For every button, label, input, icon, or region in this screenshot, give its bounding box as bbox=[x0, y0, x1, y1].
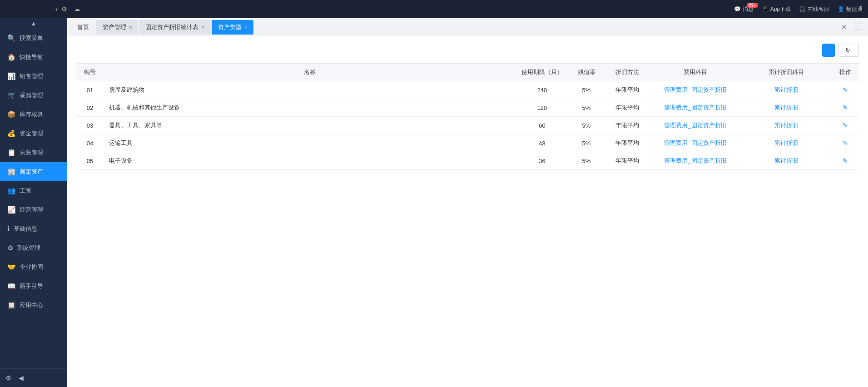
asset-type-table: 编号名称使用期限（月）残值率折旧方法费用科目累计折旧科目操作 01 房屋及建筑物… bbox=[76, 63, 859, 170]
enterprise-icon: 🤝 bbox=[7, 263, 16, 271]
operations-icon: 📈 bbox=[7, 206, 16, 214]
sidebar-label-salary: 工资 bbox=[20, 187, 31, 195]
system-icon: ⚙ bbox=[7, 244, 13, 252]
sidebar-item-funds[interactable]: 💰 资金管理 bbox=[0, 124, 67, 143]
sidebar-label-purchase: 采购管理 bbox=[20, 91, 43, 99]
tab-label-asset-management: 资产管理 bbox=[103, 23, 126, 31]
col-header-period: 使用期限（月） bbox=[516, 64, 568, 81]
sidebar-label-guide: 新手引导 bbox=[20, 282, 43, 290]
sidebar-item-enterprise[interactable]: 🤝 企业协同 bbox=[0, 258, 67, 277]
edit-icon-4[interactable]: ✎ bbox=[843, 157, 848, 164]
main-layout: ▲ 🔍 搜索菜单 🏠 快捷导航 📊 销售管理 🛒 采购管理 📦 库存核算 💰 资… bbox=[0, 18, 868, 387]
table-row: 04 运输工具 48 5% 年限平均 管理费用_固定资产折旧 累计折旧 ✎ bbox=[76, 134, 859, 152]
col-header-residual: 残值率 bbox=[568, 64, 605, 81]
tab-label-asset-type: 资产类型 bbox=[218, 23, 242, 31]
sidebar-item-quick-nav[interactable]: 🏠 快捷导航 bbox=[0, 48, 67, 67]
cell-name-3: 运输工具 bbox=[104, 134, 516, 152]
close-tab-button[interactable]: ✕ bbox=[838, 22, 850, 32]
cell-period-3: 48 bbox=[516, 134, 568, 152]
settings-icon[interactable]: ⚙ bbox=[4, 372, 13, 383]
sidebar-item-sales[interactable]: 📊 销售管理 bbox=[0, 67, 67, 86]
sidebar-item-inventory[interactable]: 📦 库存核算 bbox=[0, 105, 67, 124]
cell-expense-1: 管理费用_固定资产折旧 bbox=[650, 99, 741, 117]
refresh-button[interactable]: ↻ bbox=[838, 44, 859, 57]
sidebar-item-basic-info[interactable]: ℹ 基础信息 bbox=[0, 219, 67, 238]
phone-icon: 📱 bbox=[762, 6, 769, 12]
online-service-label: 在线客服 bbox=[808, 5, 829, 13]
sidebar-item-search[interactable]: 🔍 搜索菜单 bbox=[0, 29, 67, 48]
sidebar-item-guide[interactable]: 📖 新手引导 bbox=[0, 277, 67, 296]
username-label: 畅捷通 bbox=[846, 5, 863, 13]
topbar-settings-icon[interactable]: ⚙ bbox=[61, 5, 67, 13]
tab-depreciation-table[interactable]: 固定资产折旧统计表× bbox=[139, 20, 210, 35]
cell-accum-1: 累计折旧 bbox=[741, 99, 832, 117]
close-tab-depreciation-table-icon[interactable]: × bbox=[201, 25, 204, 30]
fullscreen-button[interactable]: ⛶ bbox=[852, 22, 864, 32]
cell-op-4: ✎ bbox=[832, 152, 859, 170]
tab-asset-management[interactable]: 资产管理× bbox=[96, 20, 138, 35]
sidebar-label-enterprise: 企业协同 bbox=[20, 263, 43, 271]
cell-accum-4: 累计折旧 bbox=[741, 152, 832, 170]
edit-icon-3[interactable]: ✎ bbox=[843, 139, 848, 147]
sidebar-item-system[interactable]: ⚙ 系统管理 bbox=[0, 238, 67, 258]
refresh-icon: ↻ bbox=[845, 47, 850, 54]
online-service-button[interactable]: 🎧 在线客服 bbox=[799, 5, 829, 13]
sidebar-item-operations[interactable]: 📈 经营管理 bbox=[0, 200, 67, 219]
cell-expense-4: 管理费用_固定资产折旧 bbox=[650, 152, 741, 170]
sidebar-item-fixed-assets[interactable]: 🏢 固定资产 bbox=[0, 162, 67, 181]
sidebar-label-basic-info: 基础信息 bbox=[14, 225, 37, 233]
col-header-code: 编号 bbox=[76, 64, 104, 81]
sidebar-item-purchase[interactable]: 🛒 采购管理 bbox=[0, 86, 67, 105]
sidebar-bottom: ⚙ ◀ bbox=[0, 368, 67, 387]
message-button[interactable]: 💬 消息 99+ bbox=[734, 5, 754, 13]
app-center-icon: 🔲 bbox=[7, 301, 16, 309]
company-selector[interactable]: ▾ bbox=[54, 7, 58, 12]
cell-expense-0: 管理费用_固定资产折旧 bbox=[650, 81, 741, 99]
sidebar-label-funds: 资金管理 bbox=[20, 129, 43, 138]
app-download-label: App下载 bbox=[770, 5, 791, 13]
fixed-assets-icon: 🏢 bbox=[7, 168, 16, 176]
cell-accum-2: 累计折旧 bbox=[741, 117, 832, 134]
content-area: 首页资产管理×固定资产折旧统计表×资产类型× ✕ ⛶ ↻ bbox=[67, 18, 868, 387]
sidebar-item-app-center[interactable]: 🔲 应用中心 bbox=[0, 296, 67, 315]
cell-period-0: 240 bbox=[516, 81, 568, 99]
search-icon: 🔍 bbox=[7, 34, 16, 42]
cell-residual-4: 5% bbox=[568, 152, 605, 170]
inventory-icon: 📦 bbox=[7, 110, 16, 119]
sidebar-label-sales: 销售管理 bbox=[20, 72, 43, 80]
chevron-down-icon: ▾ bbox=[55, 7, 58, 12]
sidebar-scroll-up[interactable]: ▲ bbox=[0, 18, 67, 29]
cell-code-4: 05 bbox=[76, 152, 104, 170]
close-tab-asset-management-icon[interactable]: × bbox=[129, 25, 132, 30]
edit-icon-0[interactable]: ✎ bbox=[843, 86, 848, 94]
tab-label-home: 首页 bbox=[77, 23, 89, 31]
cell-residual-0: 5% bbox=[568, 81, 605, 99]
close-tab-asset-type-icon[interactable]: × bbox=[244, 25, 247, 30]
tab-home[interactable]: 首页 bbox=[71, 20, 95, 35]
cell-period-2: 60 bbox=[516, 117, 568, 134]
message-badge: 99+ bbox=[747, 3, 758, 8]
cell-residual-1: 5% bbox=[568, 99, 605, 117]
tab-toolbar-right: ✕ ⛶ bbox=[838, 22, 864, 32]
cell-name-2: 器具、工具、家具等 bbox=[104, 117, 516, 134]
table-row: 01 房屋及建筑物 240 5% 年限平均 管理费用_固定资产折旧 累计折旧 ✎ bbox=[76, 81, 859, 99]
guide-icon: 📖 bbox=[7, 282, 16, 290]
cell-code-3: 04 bbox=[76, 134, 104, 152]
user-button[interactable]: 👤 畅捷通 bbox=[838, 5, 863, 13]
headset-icon: 🎧 bbox=[799, 6, 806, 12]
experience-button[interactable]: ☁ bbox=[74, 6, 82, 12]
cell-name-0: 房屋及建筑物 bbox=[104, 81, 516, 99]
quick-nav-icon: 🏠 bbox=[7, 53, 16, 61]
collapse-icon[interactable]: ◀ bbox=[17, 372, 25, 383]
tab-asset-type[interactable]: 资产类型× bbox=[212, 20, 253, 35]
edit-icon-1[interactable]: ✎ bbox=[843, 104, 848, 111]
app-download-button[interactable]: 📱 App下载 bbox=[762, 5, 791, 13]
sidebar-item-ledger[interactable]: 📋 总账管理 bbox=[0, 143, 67, 162]
cell-op-1: ✎ bbox=[832, 99, 859, 117]
sidebar: ▲ 🔍 搜索菜单 🏠 快捷导航 📊 销售管理 🛒 采购管理 📦 库存核算 💰 资… bbox=[0, 18, 67, 387]
sidebar-item-salary[interactable]: 👥 工资 bbox=[0, 181, 67, 200]
new-button[interactable] bbox=[822, 44, 835, 57]
table-row: 05 电子设备 36 5% 年限平均 管理费用_固定资产折旧 累计折旧 ✎ bbox=[76, 152, 859, 170]
edit-icon-2[interactable]: ✎ bbox=[843, 122, 848, 129]
cloud-icon: ☁ bbox=[74, 6, 80, 12]
